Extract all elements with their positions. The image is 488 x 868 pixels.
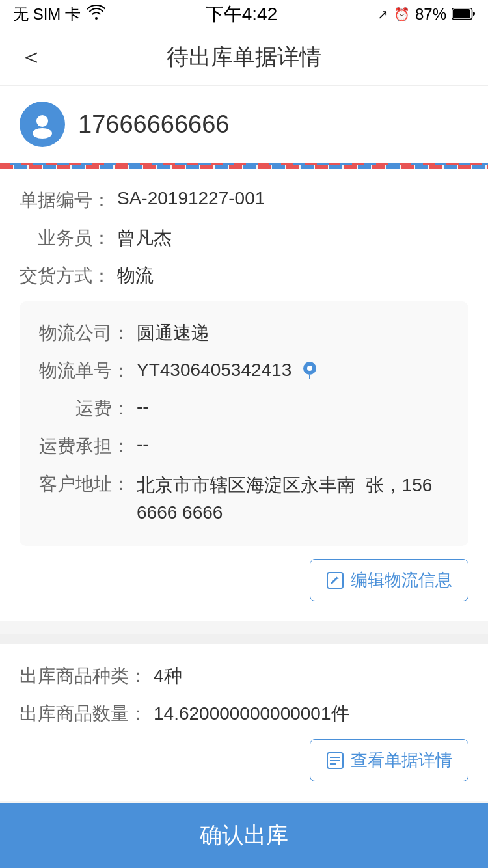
doc-no-label: 单据编号： — [20, 188, 111, 213]
outbound-types-label: 出库商品种类： — [20, 664, 147, 688]
confirm-bar[interactable]: 确认出库 — [0, 803, 488, 868]
outbound-types-value: 4种 — [154, 664, 468, 688]
freight-value: -- — [137, 396, 449, 417]
logistics-company-row: 物流公司： 圆通速递 — [39, 321, 449, 346]
edit-icon — [326, 571, 344, 590]
logistics-card: 物流公司： 圆通速递 物流单号： YT4306405342413 运费： -- … — [20, 301, 468, 546]
svg-rect-1 — [453, 9, 470, 18]
location-status-icon: ↗ — [377, 7, 388, 22]
delivery-value: 物流 — [117, 264, 468, 288]
status-bar: 无 SIM 卡 下午4:42 ↗ ⏰ 87% — [0, 0, 488, 29]
doc-no-value: SA-20191227-001 — [117, 188, 468, 209]
status-time: 下午4:42 — [206, 2, 278, 27]
freight-bearer-row: 运费承担： -- — [39, 434, 449, 459]
freight-bearer-label: 运费承担： — [39, 434, 130, 459]
outbound-types-row: 出库商品种类： 4种 — [20, 664, 468, 688]
tracking-location-icon — [298, 359, 321, 382]
edit-logistics-button[interactable]: 编辑物流信息 — [310, 559, 468, 601]
user-header: 17666666666 — [0, 86, 488, 165]
document-icon — [326, 752, 344, 770]
logistics-tracking-label: 物流单号： — [39, 359, 130, 383]
battery-text: 87% — [415, 5, 446, 23]
delivery-row: 交货方式： 物流 — [20, 264, 468, 288]
svg-point-3 — [33, 128, 52, 139]
alarm-icon: ⏰ — [394, 7, 410, 22]
outbound-quantity-row: 出库商品数量： 14.620000000000001件 — [20, 701, 468, 726]
logistics-tracking-value: YT4306405342413 — [137, 359, 449, 382]
basic-info-section: 单据编号： SA-20191227-001 业务员： 曾凡杰 交货方式： 物流 … — [0, 169, 488, 621]
view-detail-container: 查看单据详情 — [20, 739, 468, 781]
view-detail-label: 查看单据详情 — [351, 749, 452, 772]
outbound-quantity-value: 14.620000000000001件 — [154, 701, 468, 726]
svg-point-5 — [307, 366, 312, 371]
nav-bar: ＜ 待出库单据详情 — [0, 29, 488, 86]
doc-no-row: 单据编号： SA-20191227-001 — [20, 188, 468, 213]
status-right: ↗ ⏰ 87% — [377, 5, 475, 23]
user-avatar — [20, 102, 65, 147]
battery-icon — [452, 5, 475, 23]
logistics-company-value: 圆通速递 — [137, 321, 449, 346]
section-divider — [0, 634, 488, 644]
freight-bearer-value: -- — [137, 434, 449, 455]
freight-row: 运费： -- — [39, 396, 449, 421]
edit-logistics-container: 编辑物流信息 — [20, 559, 468, 601]
address-value: 北京市市辖区海淀区永丰南 张，156 6666 6666 — [137, 472, 449, 526]
svg-point-2 — [36, 115, 48, 127]
salesperson-label: 业务员： — [20, 226, 111, 251]
logistics-company-label: 物流公司： — [39, 321, 130, 346]
outbound-quantity-label: 出库商品数量： — [20, 701, 147, 726]
outbound-section: 出库商品种类： 4种 出库商品数量： 14.620000000000001件 查… — [0, 644, 488, 801]
delivery-label: 交货方式： — [20, 264, 111, 288]
logistics-tracking-row: 物流单号： YT4306405342413 — [39, 359, 449, 383]
address-row: 客户地址： 北京市市辖区海淀区永丰南 张，156 6666 6666 — [39, 472, 449, 526]
salesperson-value: 曾凡杰 — [117, 226, 468, 251]
view-detail-button[interactable]: 查看单据详情 — [310, 739, 468, 781]
sim-text: 无 SIM 卡 — [13, 4, 81, 25]
back-button[interactable]: ＜ — [20, 41, 43, 73]
edit-logistics-label: 编辑物流信息 — [351, 569, 452, 591]
salesperson-row: 业务员： 曾凡杰 — [20, 226, 468, 251]
freight-label: 运费： — [39, 396, 130, 421]
user-phone: 17666666666 — [78, 111, 229, 139]
wifi-icon — [87, 5, 105, 23]
page-title: 待出库单据详情 — [167, 42, 321, 72]
address-label: 客户地址： — [39, 472, 130, 496]
status-left: 无 SIM 卡 — [13, 4, 105, 25]
confirm-button-label: 确认出库 — [200, 821, 288, 850]
